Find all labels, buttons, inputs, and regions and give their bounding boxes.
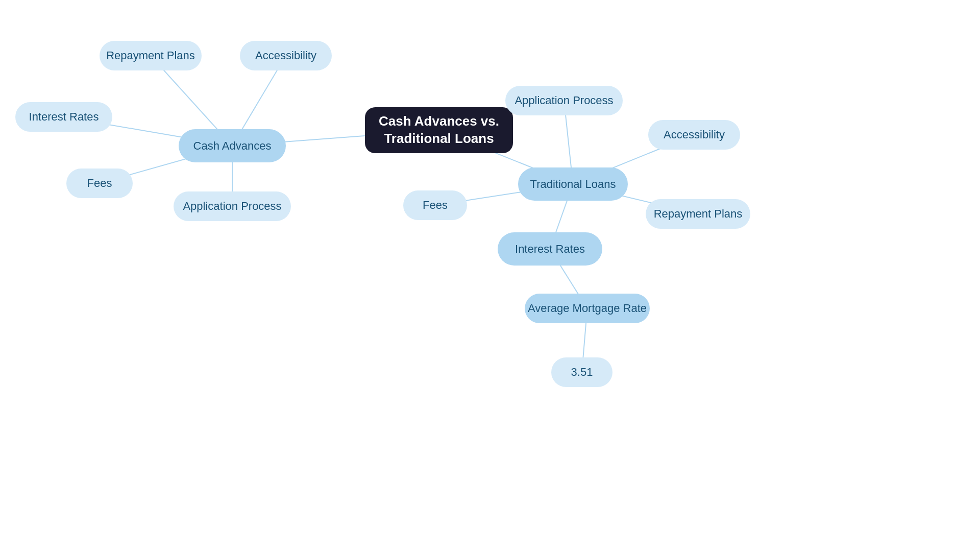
repayment-plans-left-node[interactable]: Repayment Plans: [100, 41, 202, 70]
fees-left-node[interactable]: Fees: [66, 169, 133, 198]
center-label: Cash Advances vs. Traditional Loans: [374, 113, 504, 148]
application-process-right-node[interactable]: Application Process: [505, 86, 623, 115]
center-node[interactable]: Cash Advances vs. Traditional Loans: [365, 107, 513, 153]
cash-advances-node[interactable]: Cash Advances: [179, 129, 286, 162]
fees-right-node[interactable]: Fees: [403, 190, 467, 220]
interest-rates-left-node[interactable]: Interest Rates: [15, 102, 112, 132]
accessibility-right-node[interactable]: Accessibility: [648, 120, 740, 150]
repayment-plans-right-node[interactable]: Repayment Plans: [646, 199, 750, 229]
traditional-loans-label: Traditional Loans: [530, 178, 616, 191]
average-mortgage-rate-node[interactable]: Average Mortgage Rate: [525, 294, 650, 323]
traditional-loans-node[interactable]: Traditional Loans: [518, 167, 628, 201]
value-351-node[interactable]: 3.51: [551, 357, 612, 387]
interest-rates-right-node[interactable]: Interest Rates: [498, 232, 602, 266]
application-process-left-node[interactable]: Application Process: [174, 191, 291, 221]
cash-advances-label: Cash Advances: [193, 139, 272, 153]
accessibility-left-node[interactable]: Accessibility: [240, 41, 332, 70]
